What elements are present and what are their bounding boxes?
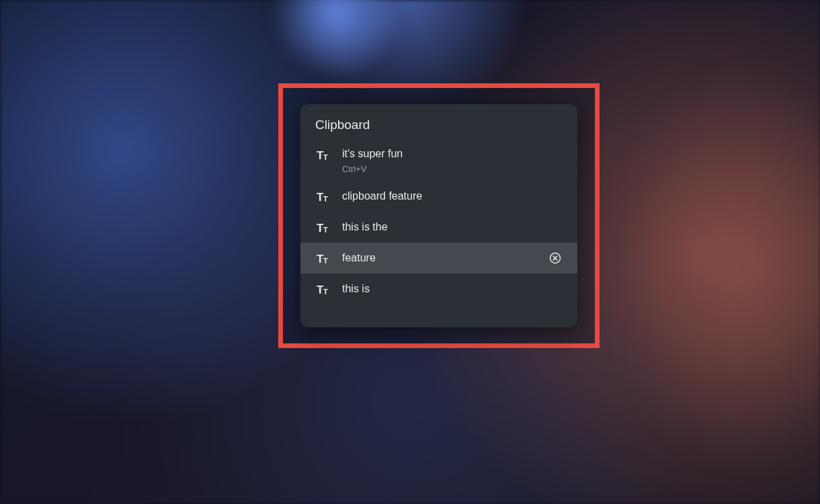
text-icon: TT bbox=[315, 147, 331, 161]
remove-item-button[interactable] bbox=[548, 251, 563, 265]
clipboard-item-shortcut: Ctrl+V bbox=[342, 164, 563, 174]
clipboard-item-text: it's super fun bbox=[342, 147, 563, 161]
text-icon: TT bbox=[315, 190, 331, 202]
text-icon: TT bbox=[315, 252, 331, 264]
clipboard-list: TT it's super fun Ctrl+V TT clipboard fe… bbox=[300, 142, 577, 327]
clipboard-item[interactable]: TT clipboard feature bbox=[300, 181, 577, 212]
text-icon: TT bbox=[315, 283, 331, 295]
clipboard-item-content: this is the bbox=[342, 220, 563, 235]
clipboard-item-content: clipboard feature bbox=[342, 190, 563, 204]
clipboard-item-content: this is bbox=[342, 282, 563, 296]
clipboard-title: Clipboard bbox=[300, 104, 577, 142]
text-icon: TT bbox=[315, 221, 331, 233]
clipboard-item-content: feature bbox=[342, 251, 542, 265]
highlight-frame: Clipboard TT it's super fun Ctrl+V TT cl… bbox=[278, 83, 600, 348]
clipboard-item-text: this is bbox=[342, 282, 563, 296]
clipboard-item[interactable]: TT feature bbox=[300, 243, 577, 274]
clipboard-item[interactable]: TT this is the bbox=[300, 212, 577, 243]
clipboard-panel: Clipboard TT it's super fun Ctrl+V TT cl… bbox=[300, 104, 577, 327]
clipboard-item[interactable]: TT this is bbox=[300, 274, 577, 304]
clipboard-item-text: clipboard feature bbox=[342, 190, 563, 204]
close-icon bbox=[548, 251, 562, 265]
clipboard-item[interactable]: TT it's super fun Ctrl+V bbox=[300, 142, 577, 181]
clipboard-item-text: this is the bbox=[342, 220, 563, 235]
clipboard-item-text: feature bbox=[342, 251, 542, 265]
clipboard-item-content: it's super fun Ctrl+V bbox=[342, 147, 563, 174]
